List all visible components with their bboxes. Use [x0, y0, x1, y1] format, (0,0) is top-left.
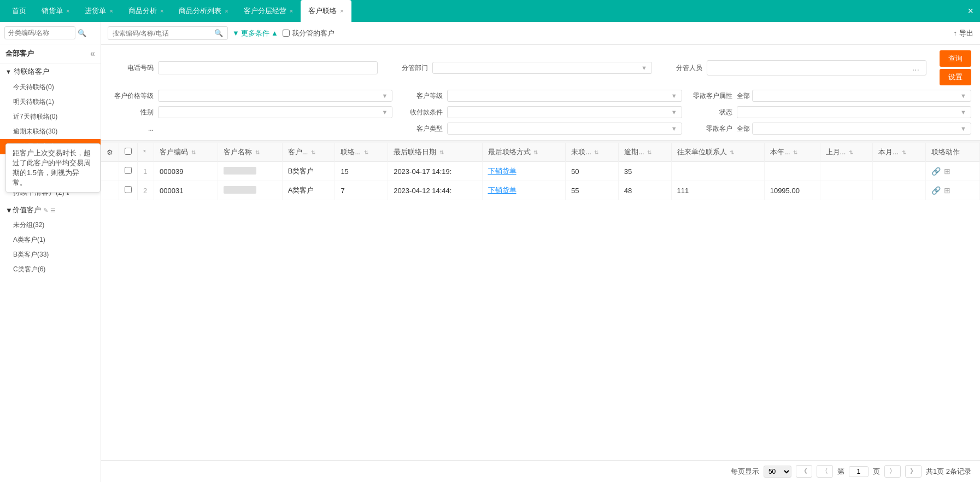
more-conditions-button[interactable]: ▼ 更多条件 ▲	[232, 28, 278, 38]
contact-method-link[interactable]: 下销货单	[488, 167, 517, 175]
sidebar-search-icon[interactable]: 🔍	[78, 29, 86, 37]
col-uncontacted[interactable]: 未联... ⇅	[566, 143, 619, 162]
close-icon[interactable]: ×	[160, 8, 163, 14]
row-checkbox[interactable]	[125, 186, 132, 193]
manager-select[interactable]: ...	[707, 60, 926, 76]
link-action-icon[interactable]: 🔗	[931, 167, 941, 176]
ellipsis-icon[interactable]: ...	[910, 63, 922, 73]
pending-contact-group-header[interactable]: ▼ 待联络客户	[0, 63, 101, 80]
cell-linked	[671, 162, 764, 181]
department-select[interactable]: ▼	[432, 62, 652, 74]
close-icon[interactable]: ×	[290, 8, 293, 14]
nav-tab-product-list[interactable]: 商品分析列表 ×	[171, 0, 236, 22]
col-last-contact-date[interactable]: 最后联络日期 ⇅	[388, 143, 482, 162]
sidebar-search-input[interactable]	[4, 26, 75, 39]
cell-method: 下销货单	[482, 162, 566, 181]
gender-select[interactable]: ▼	[158, 106, 392, 118]
export-icon: ↑	[954, 29, 958, 37]
sidebar-item-a-class[interactable]: A类客户(1)	[0, 233, 101, 247]
value-group-header[interactable]: ▼ 价值客户 ✎ ☰	[0, 202, 101, 218]
chevron-down-icon: ▼	[671, 109, 677, 115]
window-close-icon[interactable]: ×	[967, 5, 973, 17]
close-icon[interactable]: ×	[340, 8, 343, 14]
sidebar-item-c-class[interactable]: C类客户(6)	[0, 262, 101, 277]
sidebar-header: 全部客户 «	[0, 44, 101, 63]
col-linked-contact[interactable]: 往来单位联系人 ⇅	[671, 143, 764, 162]
grid-action-icon[interactable]: ⊞	[944, 167, 950, 176]
link-action-icon[interactable]: 🔗	[931, 186, 941, 195]
col-customer-type[interactable]: 客户... ⇅	[282, 143, 335, 162]
payment-select[interactable]: ▼	[447, 106, 682, 118]
nav-tab-purchase[interactable]: 进货单 ×	[77, 0, 120, 22]
sidebar-item-overdue[interactable]: 逾期未联络(30)	[0, 124, 101, 139]
my-customer-checkbox[interactable]	[283, 30, 290, 37]
select-all-checkbox[interactable]	[125, 148, 132, 155]
col-this-year[interactable]: 本年... ⇅	[764, 143, 820, 162]
last-page-button[interactable]: 》	[905, 465, 922, 478]
sidebar-item-b-class[interactable]: B类客户(33)	[0, 247, 101, 262]
next-page-button[interactable]: 〉	[884, 465, 901, 478]
customer-type-select[interactable]: ▼	[447, 123, 682, 135]
contact-method-link[interactable]: 下销货单	[488, 186, 517, 194]
chevron-down-icon: ▼	[671, 92, 677, 99]
arrow-icon: ▼	[5, 206, 13, 214]
col-this-month[interactable]: 本月... ⇅	[873, 143, 926, 162]
sidebar-item-7days[interactable]: 近7天待联络(0)	[0, 109, 101, 124]
search-icon: 🔍	[214, 29, 223, 37]
tree-group-pending: ▼ 待联络客户 今天待联络(0) 明天待联络(1) 近7天待联络(0) 逾期未联…	[0, 63, 101, 139]
manager-field: 分管人员 ...	[659, 60, 926, 76]
chevron-down-icon: ▼	[671, 125, 677, 132]
col-last-contact-method[interactable]: 最后联络方式 ⇅	[482, 143, 566, 162]
cell-overdue: 48	[618, 181, 671, 200]
sort-icon: ⇅	[730, 149, 734, 155]
row-actions: 🔗 ⊞	[931, 167, 974, 176]
sidebar-item-today[interactable]: 今天待联络(0)	[0, 80, 101, 95]
col-customer-name[interactable]: 客户名称 ⇅	[218, 143, 282, 162]
cell-this-year	[764, 162, 820, 181]
customer-level-select[interactable]: ▼	[447, 90, 682, 102]
sidebar-item-tomorrow[interactable]: 明天待联络(1)	[0, 95, 101, 109]
status-select[interactable]: ▼	[737, 106, 971, 118]
first-page-button[interactable]: 《	[796, 465, 812, 478]
col-overdue[interactable]: 逾期... ⇅	[618, 143, 671, 162]
close-icon[interactable]: ×	[225, 8, 228, 14]
sidebar-item-unclassified[interactable]: 未分组(32)	[0, 218, 101, 233]
sidebar-collapse-icon[interactable]: «	[90, 49, 95, 59]
pagination: 每页显示 50 100 200 《 〈 第 页 〉 》 共1页 2条记录	[101, 460, 980, 482]
cell-settings	[101, 181, 119, 200]
retail-attr-select[interactable]: ▼	[752, 90, 971, 102]
main-search-field[interactable]: 🔍	[108, 26, 228, 40]
query-button[interactable]: 查询	[940, 50, 971, 67]
close-icon[interactable]: ×	[66, 8, 69, 14]
nav-tab-customer-contact[interactable]: 客户联络 ×	[301, 0, 351, 22]
main-search-input[interactable]	[113, 30, 214, 37]
table-header-row: ⚙ * 客户编码 ⇅ 客户名称 ⇅ 客户... ⇅ 联络... ⇅ 最后联络日期…	[101, 143, 980, 162]
cell-overdue: 35	[618, 162, 671, 181]
page-size-select[interactable]: 50 100 200	[764, 466, 791, 478]
export-button[interactable]: ↑ 导出	[954, 28, 974, 38]
col-customer-code[interactable]: 客户编码 ⇅	[154, 143, 218, 162]
price-level-select[interactable]: ▼	[158, 90, 392, 102]
prev-page-button[interactable]: 〈	[817, 465, 833, 478]
settings-button[interactable]: 设置	[940, 69, 971, 85]
nav-tab-customer-tier[interactable]: 客户分层经营 ×	[236, 0, 301, 22]
col-settings[interactable]: ⚙	[101, 143, 119, 162]
page-number-input[interactable]	[849, 466, 868, 477]
edit-icon[interactable]: ✎	[43, 207, 48, 214]
grid-action-icon[interactable]: ⊞	[944, 186, 950, 195]
nav-tab-product-analysis[interactable]: 商品分析 ×	[121, 0, 171, 22]
filter-bar: 🔍 ▼ 更多条件 ▲ 我分管的客户 ↑ 导出	[101, 22, 980, 45]
phone-input[interactable]	[158, 61, 378, 74]
col-contact[interactable]: 联络... ⇅	[335, 143, 388, 162]
nav-tab-sales[interactable]: 销货单 ×	[34, 0, 77, 22]
my-customer-filter[interactable]: 我分管的客户	[283, 28, 335, 38]
all-customers-label: 全部客户	[5, 49, 34, 59]
cell-uncontacted: 55	[566, 181, 619, 200]
close-icon[interactable]: ×	[109, 8, 113, 14]
add-icon[interactable]: ☰	[50, 207, 56, 214]
row-checkbox[interactable]	[125, 167, 132, 174]
nav-tab-home[interactable]: 首页	[4, 0, 34, 22]
filter-row-3: 性别 ▼ 收付款条件 ▼ 状态	[110, 106, 971, 118]
col-last-month[interactable]: 上月... ⇅	[820, 143, 873, 162]
retail-customer-select[interactable]: ▼	[752, 123, 971, 135]
